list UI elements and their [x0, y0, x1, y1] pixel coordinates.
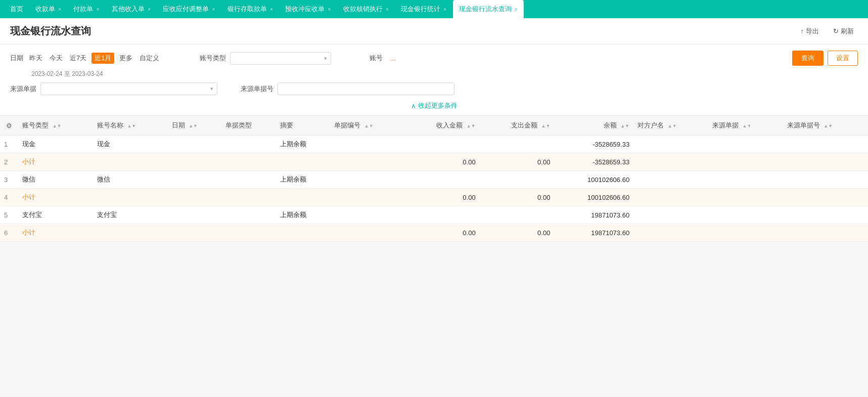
col-account-name[interactable]: 账号名称 ▲▼ — [93, 116, 168, 136]
sort-doc-no-icon: ▲▼ — [364, 124, 374, 128]
account-type-select[interactable] — [230, 52, 331, 65]
cell-date — [168, 189, 222, 206]
nav-advance[interactable]: 预收冲应收单 × — [279, 0, 337, 18]
cell-summary: 上期余额 — [276, 136, 331, 153]
account-label: 账号 — [370, 54, 383, 63]
cell-num: 3 — [0, 171, 18, 189]
col-doc-no[interactable]: 单据编号 ▲▼ — [330, 116, 405, 136]
action-buttons: 查询 设置 — [792, 51, 858, 66]
table-settings-icon[interactable]: ⚙ — [6, 122, 12, 129]
refresh-button[interactable]: ↻ 刷新 — [829, 25, 858, 38]
filter-row-1: 日期 昨天 今天 近7天 近1月 更多 自定义 账号类型 ▾ 账号 ... — [10, 51, 858, 66]
date-options: 昨天 今天 近7天 近1月 更多 自定义 — [27, 53, 161, 64]
col-account-type[interactable]: 账号类型 ▲▼ — [18, 116, 93, 136]
nav-receipt[interactable]: 收款单 × — [29, 0, 67, 18]
source-doc-num-input[interactable] — [278, 82, 454, 95]
query-button[interactable]: 查询 — [792, 51, 824, 66]
cell-source-doc — [708, 171, 783, 189]
export-button[interactable]: ↑ 导出 — [797, 25, 824, 38]
close-bank-stats-icon[interactable]: × — [443, 0, 446, 18]
cell-counterpart — [633, 189, 708, 206]
cell-expense — [480, 171, 555, 189]
nav-bank-flow[interactable]: 现金银行流水查询 × — [453, 0, 524, 18]
col-balance[interactable]: 余额 ▲▼ — [554, 116, 633, 136]
table-area: ⚙ 账号类型 ▲▼ 账号名称 ▲▼ 日期 ▲▼ 单据类型 摘要 单据编号 — [0, 116, 868, 242]
close-collection-icon[interactable]: × — [386, 0, 389, 18]
cell-num: 6 — [0, 224, 18, 242]
cell-num: 1 — [0, 136, 18, 153]
cell-balance: 19871073.60 — [554, 224, 633, 242]
nav-adjustment[interactable]: 应收应付调整单 × — [157, 0, 221, 18]
setting-button[interactable]: 设置 — [828, 51, 858, 66]
sort-account-type-icon: ▲▼ — [53, 124, 62, 128]
account-ellipsis-button[interactable]: ... — [387, 53, 399, 63]
table-row: 5 支付宝 支付宝 上期余额 19871073.60 — [0, 206, 868, 224]
nav-payment[interactable]: 付款单 × — [67, 0, 105, 18]
refresh-icon: ↻ — [833, 27, 839, 35]
cell-expense: 0.00 — [480, 189, 555, 206]
close-payment-icon[interactable]: × — [96, 0, 99, 18]
table-header-row: ⚙ 账号类型 ▲▼ 账号名称 ▲▼ 日期 ▲▼ 单据类型 摘要 单据编号 — [0, 116, 868, 136]
col-income[interactable]: 收入金额 ▲▼ — [405, 116, 480, 136]
date-opt-yesterday[interactable]: 昨天 — [27, 53, 44, 64]
cell-account-type: 微信 — [18, 171, 93, 189]
cell-income — [405, 206, 480, 224]
cell-doc-no — [330, 136, 405, 153]
cell-balance: 100102606.60 — [554, 171, 633, 189]
header-actions: ↑ 导出 ↻ 刷新 — [797, 25, 858, 38]
sort-balance-icon: ▲▼ — [620, 124, 629, 128]
date-opt-7days[interactable]: 近7天 — [68, 53, 88, 64]
close-other-income-icon[interactable]: × — [148, 0, 151, 18]
col-source-doc[interactable]: 来源单据 ▲▼ — [708, 116, 783, 136]
data-table: ⚙ 账号类型 ▲▼ 账号名称 ▲▼ 日期 ▲▼ 单据类型 摘要 单据编号 — [0, 116, 868, 242]
cell-date — [168, 206, 222, 224]
account-filter-group: 账号 ... — [370, 53, 399, 63]
cell-summary — [276, 224, 331, 242]
close-adjustment-icon[interactable]: × — [212, 0, 215, 18]
close-bank-deposit-icon[interactable]: × — [270, 0, 273, 18]
cell-date — [168, 153, 222, 171]
date-opt-more[interactable]: 更多 — [117, 53, 134, 64]
cell-source-doc-no — [783, 206, 868, 224]
cell-income: 0.00 — [405, 189, 480, 206]
date-opt-1month[interactable]: 近1月 — [92, 53, 114, 64]
cell-summary — [276, 153, 331, 171]
nav-collection[interactable]: 收款核销执行 × — [337, 0, 395, 18]
col-date[interactable]: 日期 ▲▼ — [168, 116, 222, 136]
cell-source-doc — [708, 189, 783, 206]
nav-bank-deposit[interactable]: 银行存取款单 × — [221, 0, 279, 18]
date-range-text: 2023-02-24 至 2023-03-24 — [31, 70, 103, 77]
cell-expense — [480, 206, 555, 224]
close-receipt-icon[interactable]: × — [58, 0, 61, 18]
cell-date — [168, 171, 222, 189]
nav-bank-stats[interactable]: 现金银行统计 × — [395, 0, 452, 18]
sort-date-icon: ▲▼ — [189, 124, 198, 128]
cell-balance: 19871073.60 — [554, 206, 633, 224]
date-filter-group: 日期 昨天 今天 近7天 近1月 更多 自定义 — [10, 53, 161, 64]
close-advance-icon[interactable]: × — [328, 0, 331, 18]
table-body: 1 现金 现金 上期余额 -3528659.33 2 小计 0.00 0.00 … — [0, 136, 868, 242]
source-doc-select[interactable] — [40, 82, 217, 95]
collapse-bar[interactable]: ∧ 收起更多条件 — [10, 99, 858, 110]
sort-source-doc-icon: ▲▼ — [743, 124, 752, 128]
cell-source-doc — [708, 153, 783, 171]
nav-other-income[interactable]: 其他收入单 × — [106, 0, 157, 18]
sort-account-name-icon: ▲▼ — [127, 124, 136, 128]
collapse-label: 收起更多条件 — [418, 101, 458, 110]
col-settings[interactable]: ⚙ — [0, 116, 18, 136]
date-opt-today[interactable]: 今天 — [48, 53, 65, 64]
cell-account-name — [93, 189, 168, 206]
cell-num: 2 — [0, 153, 18, 171]
cell-date — [168, 224, 222, 242]
col-counterpart[interactable]: 对方户名 ▲▼ — [633, 116, 708, 136]
cell-summary: 上期余额 — [276, 171, 331, 189]
cell-num: 5 — [0, 206, 18, 224]
source-doc-label: 来源单据 — [10, 84, 36, 94]
cell-source-doc-no — [783, 136, 868, 153]
date-opt-custom[interactable]: 自定义 — [138, 53, 161, 64]
cell-account-type: 小计 — [18, 153, 93, 171]
col-source-doc-no[interactable]: 来源单据号 ▲▼ — [783, 116, 868, 136]
col-expense[interactable]: 支出金额 ▲▼ — [480, 116, 555, 136]
nav-home[interactable]: 首页 — [4, 0, 29, 18]
close-bank-flow-icon[interactable]: × — [515, 0, 518, 18]
